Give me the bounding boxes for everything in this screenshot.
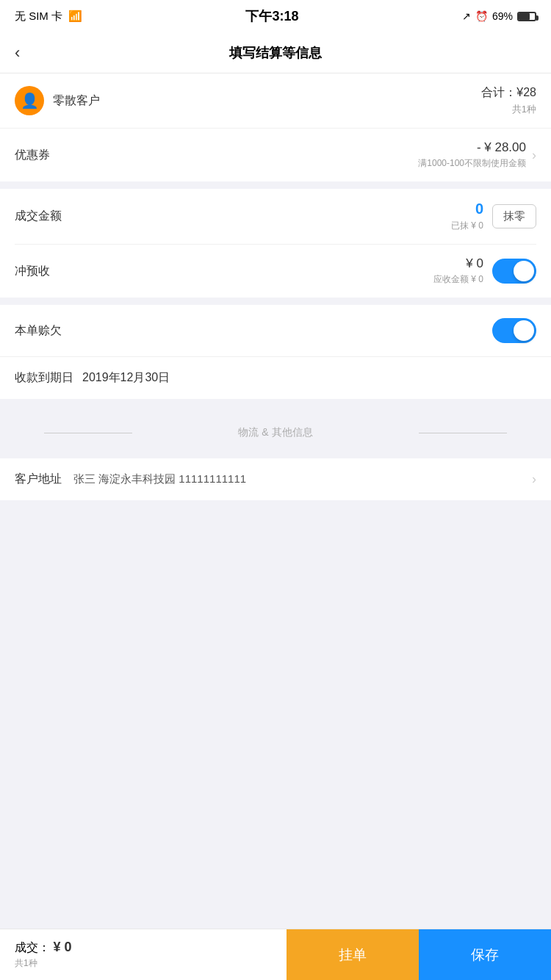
debt-section: 本单赊欠: [0, 305, 551, 356]
coupon-discount: - ¥ 28.00: [418, 140, 526, 155]
bottom-summary: 成交： ¥ 0 共1种: [0, 940, 287, 970]
status-bar: 无 SIM 卡 📶 下午3:18 ↗ ⏰ 69%: [0, 0, 551, 32]
bottom-bar: 成交： ¥ 0 共1种 挂单 保存: [0, 929, 551, 980]
coupon-desc: 满1000-100不限制使用金额: [418, 157, 526, 170]
bottom-deal-line: 成交： ¥ 0: [15, 940, 272, 956]
bottom-deal-amount: ¥ 0: [53, 940, 71, 954]
alarm-icon: ⏰: [475, 10, 488, 22]
debt-toggle-knob: [514, 320, 534, 341]
bottom-deal-label: 成交：: [15, 941, 50, 954]
debt-label: 本单赊欠: [15, 323, 62, 339]
sim-text: 无 SIM 卡: [15, 10, 62, 24]
customer-section: 👤 零散客户 合计：¥28 共1种 优惠券 - ¥ 28.00 满1000-10…: [0, 73, 551, 181]
prepay-info: ¥ 0 应收金额 ¥ 0: [433, 256, 483, 286]
prepay-right: ¥ 0 应收金额 ¥ 0: [433, 256, 536, 286]
prepay-sub: 应收金额 ¥ 0: [433, 273, 483, 286]
customer-row: 👤 零散客户 合计：¥28 共1种: [0, 73, 551, 128]
customer-info: 👤 零散客户: [15, 86, 100, 115]
due-date-row: 收款到期日 2019年12月30日: [0, 357, 551, 399]
status-right: ↗ ⏰ 69%: [462, 10, 536, 22]
coupon-right: - ¥ 28.00 满1000-100不限制使用金额 ›: [418, 140, 536, 170]
prepay-label: 冲预收: [15, 264, 50, 279]
amount-right: 0 已抹 ¥ 0 抹零: [451, 201, 536, 232]
status-time: 下午3:18: [245, 7, 298, 25]
battery-pct: 69%: [492, 10, 513, 22]
due-date-label: 收款到期日: [15, 370, 73, 386]
prepay-amount: ¥ 0: [433, 256, 483, 271]
coupon-info: - ¥ 28.00 满1000-100不限制使用金额: [418, 140, 526, 170]
coupon-chevron-icon: ›: [532, 148, 536, 163]
bottom-count: 共1种: [15, 957, 272, 970]
address-value: 张三 海淀永丰科技园 11111111111: [73, 472, 520, 486]
total-amount: 合计：¥28: [481, 85, 536, 101]
customer-name: 零散客户: [53, 93, 100, 109]
amount-row: 成交金额 0 已抹 ¥ 0 抹零: [0, 189, 551, 244]
wifi-icon: 📶: [68, 10, 82, 23]
section-divider: [0, 406, 551, 414]
coupon-row[interactable]: 优惠券 - ¥ 28.00 满1000-100不限制使用金额 ›: [0, 128, 551, 181]
address-chevron-icon: ›: [532, 472, 536, 487]
logistics-title: 物流 & 其他信息: [231, 426, 320, 438]
amount-sub: 已抹 ¥ 0: [451, 220, 483, 232]
avatar-icon: 👤: [21, 92, 39, 109]
save-button[interactable]: 保存: [419, 929, 551, 980]
coupon-label: 优惠券: [15, 148, 50, 163]
bottom-buttons: 挂单 保存: [287, 929, 551, 980]
address-row[interactable]: 客户地址 张三 海淀永丰科技园 11111111111 ›: [0, 458, 551, 500]
amount-section: 成交金额 0 已抹 ¥ 0 抹零 冲预收 ¥ 0 应收金额 ¥ 0: [0, 189, 551, 298]
debt-toggle[interactable]: [492, 318, 536, 343]
address-section: 客户地址 张三 海淀永丰科技园 11111111111 ›: [0, 458, 551, 500]
nav-bar: ‹ 填写结算等信息: [0, 32, 551, 73]
amount-value[interactable]: 0: [451, 201, 483, 217]
location-icon: ↗: [462, 10, 471, 22]
customer-avatar: 👤: [15, 86, 44, 115]
battery-icon: [517, 12, 536, 21]
round-button[interactable]: 抹零: [492, 204, 536, 228]
toggle-knob: [514, 261, 534, 281]
amount-label: 成交金额: [15, 209, 62, 224]
address-label: 客户地址: [15, 472, 62, 487]
amount-value-wrap: 0 已抹 ¥ 0: [451, 201, 483, 232]
logistics-header: 物流 & 其他信息: [0, 414, 551, 451]
customer-total: 合计：¥28 共1种: [481, 85, 536, 116]
prepay-toggle[interactable]: [492, 259, 536, 284]
back-button[interactable]: ‹: [15, 43, 20, 62]
due-date-section: 收款到期日 2019年12月30日: [0, 356, 551, 399]
page-title: 填写结算等信息: [229, 44, 322, 62]
status-left: 无 SIM 卡 📶: [15, 10, 82, 24]
total-count: 共1种: [481, 103, 536, 116]
pending-button[interactable]: 挂单: [287, 929, 419, 980]
due-date-value: 2019年12月30日: [82, 370, 170, 386]
prepay-row: 冲预收 ¥ 0 应收金额 ¥ 0: [0, 245, 551, 298]
